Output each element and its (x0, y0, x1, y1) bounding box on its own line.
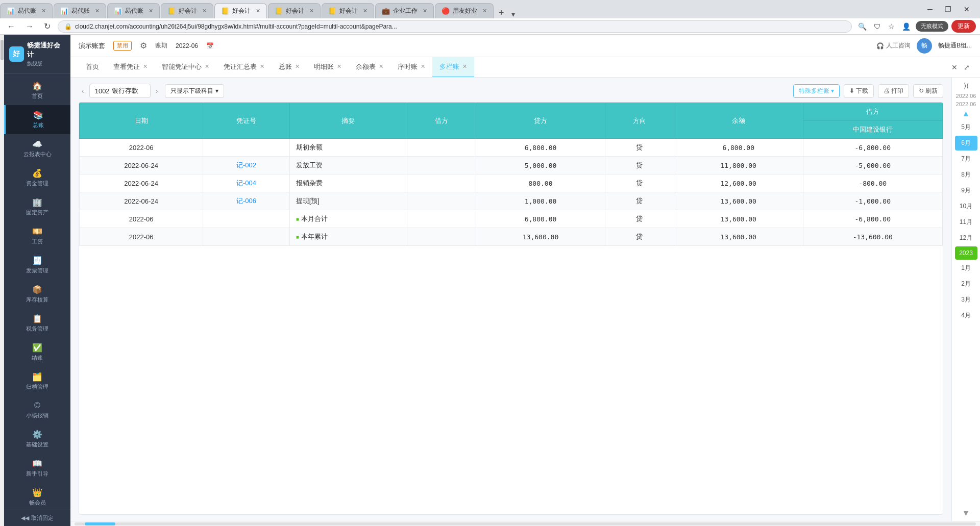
download-button[interactable]: ⬇ 下载 (844, 84, 874, 98)
month-item-7月[interactable]: 7月 (955, 152, 977, 166)
page-tab-总账[interactable]: 总账✕ (272, 57, 307, 78)
page-tab-首页[interactable]: 首页 (79, 57, 106, 78)
sidebar-item-畅会员[interactable]: 👑畅会员 (4, 483, 70, 510)
tab-close-icon[interactable]: ✕ (95, 8, 100, 14)
left-scrollbar[interactable] (0, 35, 4, 526)
browser-tab[interactable]: 💼企业工作✕ (375, 3, 434, 18)
new-tab-button[interactable]: + (495, 8, 508, 18)
tab-overflow-button[interactable]: ▾ (508, 10, 518, 18)
tab-close-icon[interactable]: ✕ (149, 8, 153, 14)
help-button[interactable]: 🎧 人工咨询 (876, 41, 911, 50)
page-tab-close-icon[interactable]: ✕ (337, 63, 341, 70)
sidebar-item-工资[interactable]: 💴工资 (4, 221, 70, 251)
tab-close-icon[interactable]: ✕ (363, 8, 368, 14)
tab-close-icon[interactable]: ✕ (423, 8, 427, 14)
sidebar-item-税务管理[interactable]: 📋税务管理 (4, 309, 70, 338)
print-button[interactable]: 🖨 打印 (878, 84, 909, 98)
month-item-10月[interactable]: 10月 (955, 199, 977, 214)
page-tab-close-icon[interactable]: ✕ (421, 63, 425, 70)
sidebar-item-结账[interactable]: ✅结账 (4, 338, 70, 367)
back-button[interactable]: ← (4, 21, 18, 32)
forward-button[interactable]: → (22, 21, 37, 32)
page-tab-余额表[interactable]: 余额表✕ (349, 57, 390, 78)
month-item-5月[interactable]: 5月 (955, 120, 977, 135)
voucher-link[interactable]: 记-004 (236, 179, 256, 187)
calendar-icon[interactable]: 📅 (206, 42, 214, 49)
minimize-button[interactable]: ─ (921, 3, 939, 15)
sidebar-footer[interactable]: ◀◀ 取消固定 (4, 510, 70, 526)
page-tab-close-icon[interactable]: ✕ (379, 63, 383, 70)
page-tab-查看凭证[interactable]: 查看凭证✕ (106, 57, 155, 78)
month-item-2023-2月[interactable]: 2月 (955, 277, 977, 291)
search-button[interactable]: 🔍 (856, 21, 869, 32)
tab-close-icon[interactable]: ✕ (309, 8, 314, 14)
sidebar-item-固定资产[interactable]: 🏢固定资产 (4, 192, 70, 221)
incognito-button[interactable]: 无痕模式 (916, 21, 948, 32)
browser-tab[interactable]: 📊易代账✕ (107, 3, 160, 18)
star-button[interactable]: ☆ (886, 21, 897, 32)
expand-panel-button[interactable]: ⟨ (966, 82, 969, 90)
horizontal-scrollbar[interactable] (75, 522, 976, 525)
next-account-button[interactable]: › (153, 86, 161, 96)
month-item-11月[interactable]: 11月 (955, 215, 977, 230)
voucher-link[interactable]: 记-002 (236, 161, 256, 169)
month-item-9月[interactable]: 9月 (955, 183, 977, 198)
browser-tab[interactable]: 📊易代账✕ (54, 3, 106, 18)
sidebar-item-库存核算[interactable]: 📦库存核算 (4, 280, 70, 309)
month-item-2023-1月[interactable]: 1月 (955, 261, 977, 275)
browser-tab[interactable]: 📒好会计✕ (268, 3, 321, 18)
sidebar-item-发票管理[interactable]: 🧾发票管理 (4, 251, 70, 280)
prev-account-button[interactable]: ‹ (79, 86, 87, 96)
shield-button[interactable]: 🛡 (872, 21, 883, 32)
month-item-6月[interactable]: 6月 (955, 136, 977, 151)
bottom-scrollbar[interactable] (70, 521, 980, 526)
sidebar-item-新手引导[interactable]: 📖新手引导 (4, 454, 70, 483)
page-tab-close-icon[interactable]: ✕ (295, 63, 300, 70)
browser-tab[interactable]: 📊易代账✕ (0, 3, 53, 18)
voucher-link[interactable]: 记-006 (236, 197, 256, 205)
tab-close-icon[interactable]: ✕ (482, 8, 487, 14)
sidebar-item-总账[interactable]: 📚总账 (4, 105, 70, 134)
sidebar-item-云报表中心[interactable]: ☁️云报表中心 (4, 134, 70, 163)
maximize-button[interactable]: ❐ (939, 3, 958, 15)
tab-close-icon[interactable]: ✕ (202, 8, 207, 14)
scroll-up-button[interactable]: ▲ (961, 108, 971, 119)
page-tab-凭证汇总表[interactable]: 凭证汇总表✕ (216, 57, 272, 78)
tab-close-icon[interactable]: ✕ (256, 8, 260, 14)
close-panel-button[interactable]: ✕ (949, 62, 960, 72)
reload-button[interactable]: ↻ (41, 20, 54, 32)
page-tab-close-icon[interactable]: ✕ (462, 63, 467, 70)
page-tab-close-icon[interactable]: ✕ (143, 63, 148, 70)
month-item-8月[interactable]: 8月 (955, 167, 977, 182)
close-button[interactable]: ✕ (958, 3, 976, 15)
scroll-down-button[interactable]: ▼ (961, 508, 971, 519)
settings-button[interactable]: ⚙ (140, 41, 147, 51)
page-tab-多栏账[interactable]: 多栏账✕ (432, 57, 474, 78)
user-avatar[interactable]: 畅 (917, 38, 932, 54)
sidebar-item-资金管理[interactable]: 💰资金管理 (4, 163, 70, 192)
url-bar[interactable]: 🔒 cloud2.chanjet.com/accounting/uh26t264… (58, 20, 852, 33)
browser-tab[interactable]: 📒好会计✕ (161, 3, 213, 18)
page-tab-close-icon[interactable]: ✕ (260, 63, 264, 70)
subject-filter-dropdown[interactable]: 只显示下级科目 ▾ (165, 84, 224, 98)
page-tab-智能凭证中心[interactable]: 智能凭证中心✕ (155, 57, 216, 78)
special-col-button[interactable]: 特殊多栏账 ▾ (793, 84, 840, 98)
month-item-12月[interactable]: 12月 (955, 231, 977, 245)
sidebar-item-首页[interactable]: 🏠首页 (4, 76, 70, 105)
sidebar-item-基础设置[interactable]: ⚙️基础设置 (4, 424, 70, 454)
month-item-2023-3月[interactable]: 3月 (955, 292, 977, 307)
page-tab-明细账[interactable]: 明细账✕ (307, 57, 349, 78)
fullscreen-button[interactable]: ⤢ (962, 62, 972, 72)
account-display[interactable]: 1002 银行存款 (89, 84, 151, 98)
browser-tab[interactable]: 📒好会计✕ (322, 3, 374, 18)
sidebar-item-归档管理[interactable]: 🗂️归档管理 (4, 367, 70, 396)
page-tab-序时账[interactable]: 序时账✕ (390, 57, 432, 78)
tab-close-icon[interactable]: ✕ (41, 8, 46, 14)
sidebar-item-小畅报销[interactable]: ©️小畅报销 (4, 396, 70, 424)
month-item-2023-4月[interactable]: 4月 (955, 308, 977, 323)
browser-tab[interactable]: 📒好会计✕ (214, 3, 267, 18)
user-name[interactable]: 畅捷通B组... (938, 41, 972, 50)
profile-button[interactable]: 👤 (900, 21, 913, 32)
browser-tab[interactable]: 🔴用友好业✕ (435, 3, 494, 18)
page-tab-close-icon[interactable]: ✕ (205, 63, 209, 70)
